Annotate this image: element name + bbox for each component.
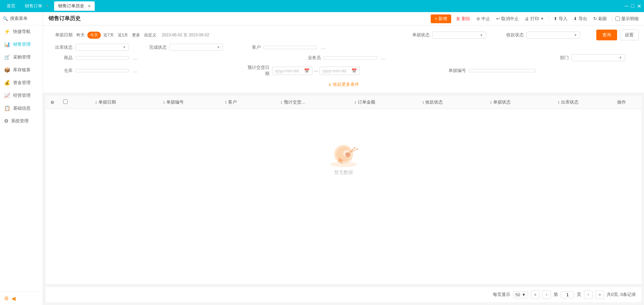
customer-dots-button[interactable]: ... [321, 44, 326, 50]
import-icon: ⬆ [554, 16, 557, 21]
prev-page-button[interactable]: ‹ [542, 290, 551, 299]
page-size-select[interactable]: 50 ▼ [513, 291, 528, 298]
delivery-date-range: yyyy-mm-dd 📅 — yyyy-mm-dd 📅 [272, 67, 360, 75]
th-doc-status[interactable]: ↕ 单据状态 [466, 96, 534, 109]
th-customer[interactable]: ↕ 客户 [207, 96, 255, 109]
query-settings-buttons: 查询 设置 [596, 30, 639, 40]
maximize-icon[interactable]: □ [631, 3, 634, 9]
collapse-sidebar-icon[interactable]: ◀ [11, 295, 15, 302]
basic-info-icon: 📋 [4, 105, 10, 111]
select-all-checkbox[interactable] [63, 100, 68, 104]
sales-icon: 📊 [4, 41, 10, 47]
th-doc-no[interactable]: ↕ 单据编号 [139, 96, 207, 109]
first-page-button[interactable]: « [531, 290, 540, 299]
empty-text: 暂无数据 [334, 169, 353, 176]
content-header: 销售订单历史 + 新增 🗑 删除 ⊘ 中止 ↩ 取消中止 🖨 [43, 12, 644, 26]
minimize-icon[interactable]: ─ [625, 3, 628, 9]
data-table: ⚙ ↕ 单据日期 ↕ 单据编号 ↕ 客户 ↕ 预计交货... [46, 96, 641, 202]
sidebar-item-sales[interactable]: 📊 销售管理 [0, 38, 43, 51]
last-page-button[interactable]: » [595, 290, 604, 299]
settings-bottom-icon[interactable]: ⚙ [4, 295, 9, 302]
sidebar-search[interactable]: 🔍 搜索菜单 [0, 12, 43, 25]
th-checkbox[interactable] [59, 96, 72, 109]
top-bar: 首页 销售订单 ✕ 销售订单历史 ✕ ─ □ ✕ [0, 0, 644, 12]
date-tab-1month[interactable]: 近1月 [117, 32, 130, 38]
customer-input[interactable] [263, 46, 317, 49]
warehouse-input[interactable] [75, 69, 129, 72]
svg-point-6 [354, 147, 355, 148]
doc-number-label: 单据编号 [442, 68, 469, 74]
receipt-chevron-icon: ▼ [574, 33, 577, 37]
refresh-button[interactable]: ↻ 刷新 [592, 16, 608, 22]
collapse-more-conditions[interactable]: ∧ 收起更多条件 [48, 80, 639, 89]
sidebar-item-operations[interactable]: 📈 经营管理 [0, 89, 43, 102]
customer-label: 客户 [237, 44, 263, 50]
close-window-icon[interactable]: ✕ [637, 3, 641, 9]
th-date[interactable]: ↕ 单据日期 [72, 96, 139, 109]
date-tab-yesterday[interactable]: 昨天 [75, 32, 86, 38]
goods-input[interactable] [75, 56, 129, 60]
receipt-status-select[interactable]: ▼ [526, 32, 580, 39]
svg-point-4 [345, 152, 350, 157]
th-delivery-status[interactable]: ↕ 出库状态 [534, 96, 602, 109]
delivery-date-label: 预计交货日期 [245, 65, 272, 77]
date-tabs: 昨天 今天 近7天 近1月 更多 自定义 [75, 32, 158, 39]
page-number-input[interactable] [561, 291, 574, 298]
print-button[interactable]: 🖨 打印 ▼ [523, 16, 545, 22]
doc-number-input[interactable] [469, 69, 536, 72]
date-tab-7days[interactable]: 近7天 [102, 32, 115, 38]
date-tab-custom[interactable]: 自定义 [143, 32, 158, 38]
delivery-date-from-input[interactable]: yyyy-mm-dd 📅 [272, 67, 312, 75]
display-detail-checkbox[interactable] [615, 16, 620, 21]
sidebar-item-quick-nav[interactable]: ⚡ 快捷导航 [0, 25, 43, 38]
sidebar-item-finance[interactable]: 💰 资金管理 [0, 76, 43, 89]
date-range-display: 2023-06-02 至 2023-06-02 [162, 32, 209, 38]
sidebar: 🔍 搜索菜单 ⚡ 快捷导航 📊 销售管理 🛒 采购管理 📦 库存核算 💰 资金管… [0, 12, 43, 305]
sidebar-bottom: ⚙ ◀ [0, 292, 43, 305]
warehouse-label: 仓库 [48, 68, 75, 74]
delivery-date-to-input[interactable]: yyyy-mm-dd 📅 [319, 67, 360, 75]
date-tab-today[interactable]: 今天 [87, 32, 101, 39]
refresh-icon: ↻ [593, 16, 597, 21]
sidebar-item-purchase[interactable]: 🛒 采购管理 [0, 51, 43, 64]
display-detail-toggle[interactable]: 显示明细 [615, 16, 639, 22]
collapse-up-icon: ∧ [328, 82, 332, 87]
query-button[interactable]: 查询 [596, 30, 617, 40]
th-settings[interactable]: ⚙ [46, 96, 59, 109]
tab-sales-order[interactable]: 销售订单 ✕ [21, 1, 53, 11]
empty-state-row: 暂无数据 [46, 109, 641, 203]
th-receipt-status[interactable]: ↕ 收款状态 [398, 96, 466, 109]
status-select[interactable]: ▼ [432, 32, 486, 39]
delivery-select[interactable]: ▼ [75, 44, 129, 51]
import-button[interactable]: ⬆ 导入 [552, 16, 569, 22]
empty-state-cell: 暂无数据 [46, 109, 641, 203]
new-button[interactable]: + 新增 [431, 14, 451, 23]
salesman-dots-button[interactable]: ... [381, 55, 386, 61]
sidebar-item-basic-info[interactable]: 📋 基础信息 [0, 102, 43, 115]
th-amount[interactable]: ↕ 订单金额 [331, 96, 399, 109]
search-icon: 🔍 [3, 16, 8, 21]
salesman-input[interactable] [324, 56, 377, 60]
date-tab-more[interactable]: 更多 [131, 32, 141, 38]
delete-button[interactable]: 🗑 删除 [455, 16, 472, 22]
sidebar-item-system[interactable]: ⚙ 系统管理 [0, 115, 43, 127]
warehouse-dots-button[interactable]: ... [133, 68, 137, 74]
tab-sales-order-history[interactable]: 销售订单历史 ✕ [54, 1, 95, 11]
goods-dots-button[interactable]: ... [133, 55, 137, 61]
complete-select[interactable]: ▼ [169, 44, 223, 51]
dept-select[interactable]: ▼ [571, 54, 625, 61]
export-button[interactable]: ⬇ 导出 [572, 16, 589, 22]
receipt-status-label: 收款状态 [500, 32, 526, 38]
cancel-stop-button[interactable]: ↩ 取消中止 [495, 16, 520, 22]
close-sales-order-history-tab[interactable]: ✕ [88, 4, 91, 8]
close-sales-order-tab[interactable]: ✕ [46, 4, 49, 8]
sidebar-item-inventory[interactable]: 📦 库存核算 [0, 64, 43, 76]
next-page-button[interactable]: › [584, 290, 593, 299]
tab-home[interactable]: 首页 [3, 1, 19, 11]
th-delivery-date[interactable]: ↕ 预计交货... [254, 96, 331, 109]
stop-button[interactable]: ⊘ 中止 [475, 16, 491, 22]
quick-nav-icon: ⚡ [4, 29, 10, 35]
settings-button[interactable]: 设置 [620, 30, 639, 40]
filter-row-4: 仓库 ... 预计交货日期 yyyy-mm-dd 📅 — yyyy-mm-dd [48, 65, 639, 77]
goods-filter-control: ... [75, 55, 297, 61]
